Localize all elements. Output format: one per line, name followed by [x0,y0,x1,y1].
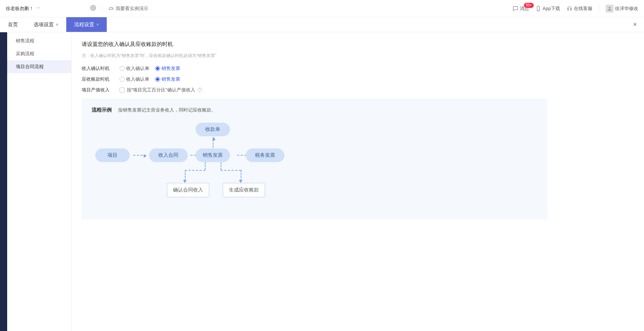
flow-desc: 按销售发票记主营业务收入，同时记应收账款。 [118,107,216,113]
connector [221,162,221,170]
sidenav-label: 采购流程 [16,51,34,56]
divider [599,4,599,13]
flowchart: 收款单 项目 收入合同 销售发票 [92,123,537,205]
row-income-confirm: 收入确认时机 收入确认单 销售发票 [82,65,634,72]
flow-example-panel: 流程示例 按销售发票记主营业务收入，同时记应收账款。 收款单 项目 收入合同 [82,98,547,219]
chevron-down-icon: ﹀ [37,5,41,11]
flow-title: 流程示例 [92,107,112,113]
sidenav-item-project-contract[interactable]: 项目合同流程 [7,60,71,73]
org-name: 徐老板勿删！ [6,5,34,12]
side-nav: 销售流程 采购流程 项目合同流程 [7,32,72,331]
radio-receivable-sales-invoice[interactable]: 销售发票 [155,76,180,82]
app-download-label: App下载 [543,5,560,12]
messages-badge: 99+ [524,3,534,8]
form-label: 应收账款时机 [82,76,114,82]
radio-icon [120,77,125,82]
node-label: 收入合同 [158,152,178,159]
radio-label: 收入确认单 [126,76,149,82]
radio-label: 收入确认单 [126,65,149,72]
checkbox-label: 按“项目完工百分比”确认产值收入 [127,87,195,93]
demo-label: 我要看实例演示 [116,5,148,12]
arrow-down-icon [239,180,242,183]
cloud-icon [108,6,114,11]
left-rail [0,32,7,331]
connector [221,170,241,171]
tabbar-close-button[interactable]: × [630,19,640,30]
radio-icon [155,66,160,71]
node-gen-receivable: 生成应收账款 [223,183,265,197]
divider [102,4,102,13]
tab-label: 选项设置 [34,22,54,28]
user-name: 徐泽华修改 [615,5,638,12]
demo-link[interactable]: 我要看实例演示 [108,5,148,12]
sidenav-item-sales[interactable]: 销售流程 [7,34,71,47]
radio-icon [120,66,125,71]
user-menu[interactable]: 徐泽华修改 [606,5,638,13]
node-label: 项目 [107,152,117,159]
radio-label: 销售发票 [162,65,180,72]
form-label: 收入确认时机 [82,65,114,72]
connector [205,162,206,170]
page-title: 请设置您的收入确认及应收账款的时机 [82,41,634,48]
messages-link[interactable]: 消息 99+ [513,5,529,12]
node-label: 销售发票 [203,152,223,159]
tab-bar: 首页 选项设置 × 流程设置 × × [0,17,644,32]
page-note: 注：收入确认时机为“销售发票”时，应收账款确认时机必须为“销售发票” [82,53,634,59]
tab-label: 流程设置 [74,22,94,28]
top-header: 徐老板勿删！ ﹀ 我要看实例演示 消息 99+ [0,0,644,17]
chat-icon [513,6,518,11]
svg-rect-1 [537,6,540,11]
connector [185,170,186,181]
node-income-contract: 收入合同 [149,148,188,162]
sidenav-label: 项目合同流程 [16,64,44,69]
node-project: 项目 [95,148,130,162]
phone-icon [535,6,541,11]
node-label: 税务发票 [255,152,275,159]
node-label: 收款单 [205,126,220,133]
support-label: 在线客服 [574,5,592,12]
tab-label: 首页 [8,22,18,28]
tab-home[interactable]: 首页 [0,17,26,32]
tab-process[interactable]: 流程设置 × [66,17,107,32]
checkbox-project-percent[interactable] [120,88,125,93]
gear-icon[interactable] [90,5,96,12]
radio-income-confirm-doc[interactable]: 收入确认单 [120,65,149,72]
avatar [606,5,614,13]
sidenav-label: 销售流程 [16,38,34,43]
connector [241,170,241,181]
app-download-link[interactable]: App下载 [535,5,560,12]
node-receipt: 收款单 [196,123,230,136]
org-selector[interactable]: 徐老板勿删！ ﹀ [6,5,85,12]
node-label: 生成应收账款 [229,187,259,193]
svg-point-0 [92,7,94,9]
tab-options[interactable]: 选项设置 × [26,17,66,32]
node-confirm-contract-income: 确认合同收入 [167,183,209,197]
sidenav-item-purchase[interactable]: 采购流程 [7,47,71,60]
node-tax-invoice: 税务发票 [246,148,284,162]
radio-icon [155,77,160,82]
headset-icon [567,6,572,11]
arrow-down-icon [183,180,187,183]
arrow-icon [213,137,213,148]
radio-receivable-confirm-doc[interactable]: 收入确认单 [120,76,149,82]
node-label: 确认合同收入 [173,187,203,193]
form-label: 项目产值收入 [82,87,114,93]
svg-point-3 [609,7,611,9]
node-sales-invoice: 销售发票 [196,148,230,162]
row-project-output: 项目产值收入 按“项目完工百分比”确认产值收入 ? [82,87,634,93]
radio-label: 销售发票 [162,76,180,82]
close-icon[interactable]: × [96,22,99,27]
close-icon[interactable]: × [56,22,58,27]
arrow-icon [133,155,146,156]
support-link[interactable]: 在线客服 [567,5,592,12]
row-receivable: 应收账款时机 收入确认单 销售发票 [82,76,634,82]
help-icon[interactable]: ? [197,88,202,93]
main-content: 请设置您的收入确认及应收账款的时机 注：收入确认时机为“销售发票”时，应收账款确… [72,32,644,331]
connector [185,170,205,171]
radio-income-sales-invoice[interactable]: 销售发票 [155,65,180,72]
